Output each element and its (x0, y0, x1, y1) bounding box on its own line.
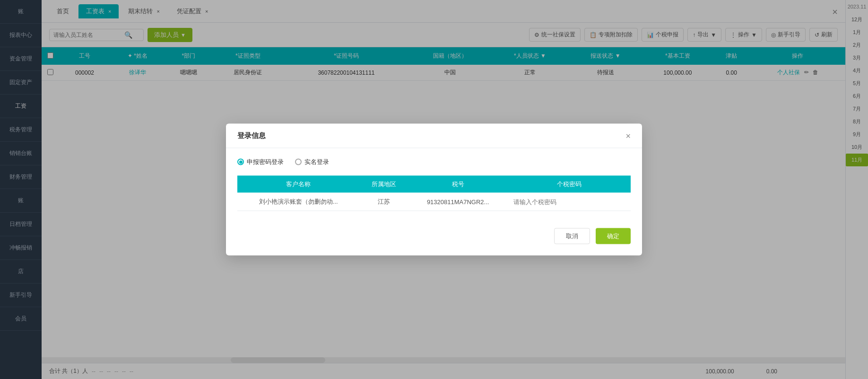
modal-col-client-name: 客户名称 (237, 176, 359, 193)
cancel-button[interactable]: 取消 (554, 228, 590, 244)
modal-footer: 取消 确定 (226, 221, 642, 244)
modal-body: 申报密码登录 实名登录 客户名称 所属地区 税号 个税密码 刘小艳演示账套（勿删… (226, 148, 642, 221)
radio-realname-circle (295, 159, 302, 165)
modal-col-region: 所属地区 (359, 176, 408, 193)
modal-col-password: 个税密码 (508, 176, 631, 193)
confirm-button[interactable]: 确定 (596, 228, 631, 244)
client-table: 客户名称 所属地区 税号 个税密码 刘小艳演示账套（勿删勿动... 江苏 913… (237, 176, 631, 211)
modal-header: 登录信息 × (226, 124, 642, 148)
modal-tax-no: 91320811MA7NGR2... (408, 193, 508, 211)
login-type-radio-group: 申报密码登录 实名登录 (237, 158, 631, 166)
modal-close-button[interactable]: × (625, 131, 631, 140)
radio-realname-login[interactable]: 实名登录 (295, 158, 329, 166)
radio-password-login[interactable]: 申报密码登录 (237, 158, 284, 166)
login-info-modal: 登录信息 × 申报密码登录 实名登录 客户名称 所属地区 税号 个税密码 (226, 124, 642, 256)
modal-col-tax-no: 税号 (408, 176, 508, 193)
modal-password-input-cell[interactable] (508, 193, 631, 211)
modal-title: 登录信息 (237, 131, 266, 140)
radio-password-circle (237, 159, 244, 165)
modal-table-row: 刘小艳演示账套（勿删勿动... 江苏 91320811MA7NGR2... (237, 193, 631, 211)
modal-region: 江苏 (359, 193, 408, 211)
tax-password-input[interactable] (513, 198, 625, 205)
modal-client-name: 刘小艳演示账套（勿删勿动... (237, 193, 359, 211)
modal-table-header: 客户名称 所属地区 税号 个税密码 (237, 176, 631, 193)
